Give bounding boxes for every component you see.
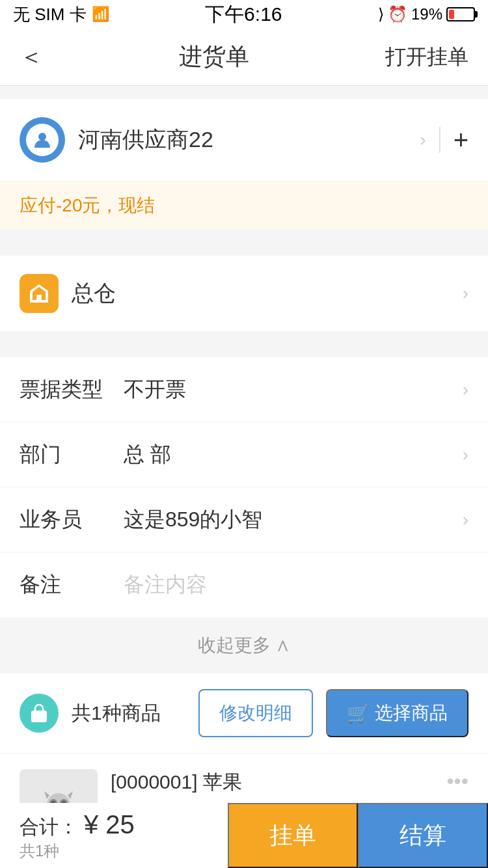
sales-chevron-icon: › xyxy=(463,509,468,530)
remark-row[interactable]: 备注 备注内容 xyxy=(0,552,488,617)
dept-label: 部门 xyxy=(20,441,111,469)
battery-icon xyxy=(446,7,475,21)
warehouse-icon-wrap xyxy=(20,274,59,313)
collapse-label: 收起更多 ∧ xyxy=(198,633,291,658)
dept-value: 总 部 xyxy=(111,441,463,469)
warehouse-name: 总仓 xyxy=(72,278,463,308)
supplier-divider xyxy=(439,127,441,153)
page-title: 进货单 xyxy=(179,41,249,73)
remark-placeholder: 备注内容 xyxy=(111,571,468,599)
warehouse-chevron-icon: › xyxy=(463,283,468,304)
dept-row[interactable]: 部门 总 部 › xyxy=(0,422,488,487)
person-icon xyxy=(33,130,52,150)
select-product-label: 选择商品 xyxy=(375,701,448,726)
footer-total: 合计： ¥ 25 共1种 xyxy=(0,810,228,861)
svg-point-0 xyxy=(38,133,46,141)
product-more-button[interactable]: ••• xyxy=(446,769,468,793)
battery-percent: 19% xyxy=(411,5,442,23)
supplier-section: 河南供应商22 › + 应付-20元，现结 xyxy=(0,99,488,230)
supplier-row[interactable]: 河南供应商22 › + xyxy=(0,99,488,182)
invoice-chevron-icon: › xyxy=(463,379,468,400)
dept-chevron-icon: › xyxy=(463,444,468,465)
warehouse-row[interactable]: 总仓 › xyxy=(0,256,488,331)
product-header: 共1种商品 修改明细 🛒 选择商品 xyxy=(0,673,488,753)
avatar-inner xyxy=(26,124,59,156)
warehouse-icon xyxy=(27,282,51,305)
footer-total-row: 合计： ¥ 25 xyxy=(20,810,208,841)
invoice-row[interactable]: 票据类型 不开票 › xyxy=(0,357,488,422)
carrier-text: 无 SIM 卡 xyxy=(13,3,87,26)
invoice-value: 不开票 xyxy=(111,375,463,404)
sales-row[interactable]: 业务员 这是859的小智 › xyxy=(0,487,488,552)
total-amount: ¥ 25 xyxy=(84,810,135,839)
select-product-button[interactable]: 🛒 选择商品 xyxy=(326,689,468,737)
status-bar: 无 SIM 卡 📶 下午6:16 ⟩ ⏰ 19% xyxy=(0,0,488,29)
status-right: ⟩ ⏰ 19% xyxy=(378,5,475,23)
collapse-row[interactable]: 收起更多 ∧ xyxy=(0,617,488,673)
footer: 合计： ¥ 25 共1种 挂单 结算 xyxy=(0,803,488,868)
status-left: 无 SIM 卡 📶 xyxy=(13,3,109,26)
status-time: 下午6:16 xyxy=(205,1,282,28)
form-section: 票据类型 不开票 › 部门 总 部 › 业务员 这是859的小智 › 备注 备注… xyxy=(0,357,488,617)
hold-order-button[interactable]: 挂单 xyxy=(228,803,358,868)
svg-rect-1 xyxy=(31,711,47,722)
wifi-icon: 📶 xyxy=(92,6,109,23)
nav-bar: ＜ 进货单 打开挂单 xyxy=(0,29,488,86)
product-name: [0000001] 苹果 xyxy=(111,769,433,796)
add-supplier-button[interactable]: + xyxy=(454,126,468,155)
open-pending-button[interactable]: 打开挂单 xyxy=(385,43,468,72)
supplier-chevron-icon: › xyxy=(420,129,426,150)
alarm-icon: ⏰ xyxy=(388,5,407,23)
section-gap-2 xyxy=(0,230,488,243)
supplier-name: 河南供应商22 xyxy=(78,125,420,155)
section-gap-3 xyxy=(0,331,488,344)
sales-value: 这是859的小智 xyxy=(111,506,463,534)
section-gap-1 xyxy=(0,86,488,99)
product-count-icon xyxy=(20,694,59,733)
edit-detail-button[interactable]: 修改明细 xyxy=(198,689,313,737)
back-button[interactable]: ＜ xyxy=(20,41,43,73)
invoice-label: 票据类型 xyxy=(20,375,111,404)
bag-icon xyxy=(27,701,51,725)
total-label: 合计： xyxy=(20,816,78,837)
location-icon: ⟩ xyxy=(378,5,384,23)
credit-info: 应付-20元，现结 xyxy=(0,182,488,230)
checkout-button[interactable]: 结算 xyxy=(358,803,488,868)
cart-icon: 🛒 xyxy=(347,703,370,724)
product-count-text: 共1种商品 xyxy=(72,700,185,727)
supplier-avatar xyxy=(20,117,65,163)
remark-label: 备注 xyxy=(20,571,111,599)
sales-label: 业务员 xyxy=(20,506,111,534)
footer-count: 共1种 xyxy=(20,841,208,861)
